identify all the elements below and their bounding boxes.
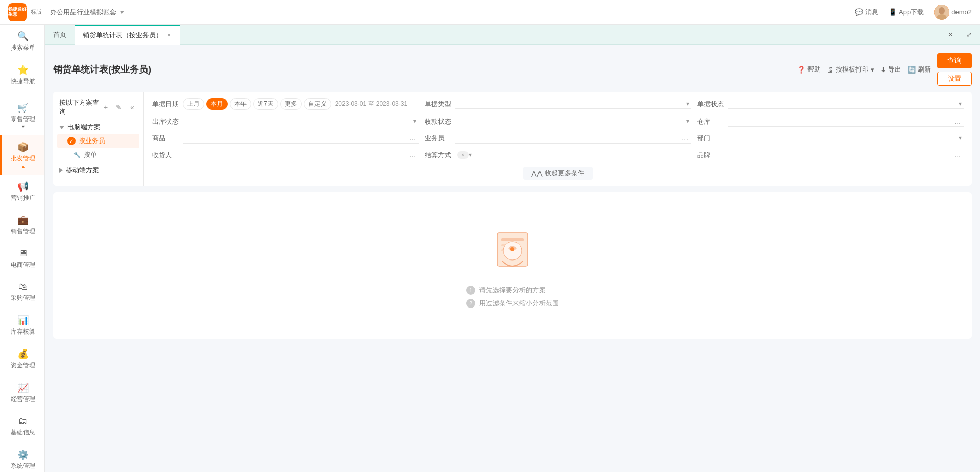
tab-maximize-button[interactable]: ⤢ [962, 28, 976, 42]
user-menu-button[interactable]: demo2 [934, 5, 972, 20]
warehouse-input[interactable] [730, 117, 953, 125]
content-area: 首页 销货单统计表（按业务员） × ✕ ⤢ 销货单统计表(按业务员) [45, 25, 980, 472]
breadcrumb-arrow: ▾ [120, 8, 124, 16]
sidebar-item-finance[interactable]: 💰 资金管理 [0, 342, 44, 376]
tab-bar: 首页 销货单统计表（按业务员） × ✕ ⤢ [45, 25, 980, 45]
sidebar-item-label: 资金管理 [11, 361, 35, 370]
sidebar-item-label: 电商管理 [11, 261, 35, 269]
pc-scheme-group-header[interactable]: 电脑端方案 [57, 121, 139, 134]
inventory-icon: 📊 [17, 315, 29, 326]
sidebar-item-marketing[interactable]: 📢 营销推广 [0, 175, 44, 208]
date-more-button[interactable]: 更多 [280, 98, 302, 110]
dept-dropdown[interactable]: ▾ [728, 133, 964, 143]
add-scheme-button[interactable]: + [101, 102, 111, 112]
type-chevron-icon: ▾ [686, 100, 689, 107]
scheme-item-by-staff[interactable]: ✓ 按业务员 [57, 134, 139, 148]
goods-more-button[interactable]: ... [408, 134, 416, 142]
status-dropdown[interactable]: ▾ [728, 99, 964, 109]
top-header: 畅捷通好生意 标版 办公用品行业模拟账套 ▾ 💬 消息 📱 App下载 demo… [0, 0, 980, 25]
search-icon: 🔍 [17, 31, 29, 42]
settlement-dropdown[interactable]: × ▾ [455, 150, 691, 160]
app-download-button[interactable]: 📱 App下载 [889, 8, 924, 17]
sub-scheme-item-by-order[interactable]: 🔧 按单 [57, 148, 139, 161]
sidebar-item-label: 采购管理 [11, 294, 35, 302]
payment-dropdown[interactable]: ▾ [455, 116, 691, 126]
filter-warehouse-field: 仓库 ... [697, 116, 964, 127]
empty-state: 1 请先选择要分析的方案 2 用过滤条件来缩小分析范围 [53, 192, 972, 339]
refresh-button[interactable]: 🔄 刷新 [908, 65, 931, 74]
sidebar-item-system[interactable]: ⚙️ 系统管理 [0, 443, 44, 472]
date-7-button[interactable]: 近7天 [253, 98, 278, 110]
filter-brand-field: 品牌 ... [697, 150, 964, 160]
tab-active[interactable]: 销货单统计表（按业务员） × [75, 25, 180, 45]
tab-home[interactable]: 首页 [45, 25, 75, 45]
consignee-more-button[interactable]: ... [408, 151, 416, 159]
help-button[interactable]: ❓ 帮助 [797, 65, 821, 74]
warehouse-more-button[interactable]: ... [953, 117, 962, 125]
filter-row-1: 单据日期 上月 本月 本年 近7天 更多 自定义 2023-03-01 至 20… [152, 98, 964, 110]
type-dropdown[interactable]: ▾ [455, 99, 691, 109]
sales-icon: 💼 [17, 215, 29, 226]
settings-button[interactable]: 设置 [937, 72, 972, 86]
sidebar-item-sales[interactable]: 💼 销售管理 [0, 208, 44, 242]
mobile-scheme-label: 移动端方案 [66, 166, 99, 175]
logo-text: 标版 [31, 8, 42, 15]
sidebar-item-label: 销售管理 [11, 227, 35, 236]
brand-input[interactable] [730, 151, 953, 159]
sub-item-icon: 🔧 [74, 152, 81, 158]
date-custom-button[interactable]: 自定义 [304, 98, 331, 110]
export-button[interactable]: ⬇ 导出 [880, 65, 901, 74]
empty-icon [482, 223, 543, 275]
out-label: 出库状态 [152, 117, 179, 126]
filter-status-field: 单据状态 ▾ [697, 99, 964, 109]
sidebar-item-purchase[interactable]: 🛍 采购管理 [0, 275, 44, 309]
sidebar-item-wholesale[interactable]: 📦 批发管理 ▴ [0, 135, 44, 175]
consignee-input[interactable] [185, 151, 408, 159]
date-cur-month-button[interactable]: 本月 [206, 98, 228, 110]
filter-row-3: 商品 ... 业务员 ... [152, 133, 964, 144]
sidebar-item-ecommerce[interactable]: 🖥 电商管理 [0, 242, 44, 275]
print-button[interactable]: 🖨 按模板打印 ▾ [827, 65, 874, 74]
staff-input-wrap: ... [455, 133, 691, 144]
out-dropdown[interactable]: ▾ [183, 116, 419, 126]
sidebar-item-search[interactable]: 🔍 搜索菜单 [0, 25, 44, 58]
goods-input-wrap: ... [183, 133, 419, 144]
basic-icon: 🗂 [18, 416, 28, 427]
date-year-button[interactable]: 本年 [230, 98, 251, 110]
tab-close-window-button[interactable]: ✕ [943, 28, 958, 42]
sidebar-item-label: 快捷导航 [11, 77, 35, 86]
sidebar-item-basic[interactable]: 🗂 基础信息 [0, 410, 44, 443]
brand-more-button[interactable]: ... [953, 151, 962, 159]
settlement-tag-remove[interactable]: × [461, 152, 464, 158]
mobile-scheme-group-header[interactable]: 移动端方案 [57, 163, 139, 177]
date-prev-month-button[interactable]: 上月 [183, 98, 204, 110]
query-button[interactable]: 查询 [937, 53, 972, 68]
goods-input[interactable] [185, 134, 408, 142]
message-button[interactable]: 💬 消息 [855, 8, 878, 17]
sidebar-item-inventory[interactable]: 📊 库存核算 [0, 309, 44, 342]
collapse-sidebar-button[interactable]: « [127, 102, 137, 112]
main-layout: 🔍 搜索菜单 ⭐ 快捷导航 🛒 零售管理 ▾ 📦 批发管理 ▴ 📢 营销推广 💼… [0, 25, 980, 472]
maximize-icon: ⤢ [966, 31, 972, 38]
brand-label: 品牌 [697, 151, 724, 160]
tab-close-button[interactable]: × [166, 31, 172, 40]
collapse-button[interactable]: ⋀⋀ 收起更多条件 [523, 167, 593, 180]
empty-tip-2: 2 用过滤条件来缩小分析范围 [466, 299, 559, 308]
scheme-tree: 电脑端方案 ✓ 按业务员 🔧 按单 [53, 121, 143, 177]
staff-input[interactable] [457, 134, 681, 142]
sidebar-item-operations[interactable]: 📈 经营管理 [0, 376, 44, 410]
sidebar-item-label: 营销推广 [11, 194, 35, 202]
filter-settlement-field: 结算方式 × ▾ [425, 150, 691, 160]
settlement-label: 结算方式 [425, 151, 451, 160]
sidebar-item-retail[interactable]: 🛒 零售管理 ▾ [0, 96, 44, 135]
logo-icon: 畅捷通好生意 [8, 3, 27, 21]
staff-more-button[interactable]: ... [681, 134, 689, 142]
date-range-text: 2023-03-01 至 2023-03-31 [335, 100, 407, 108]
sidebar-item-quicknav[interactable]: ⭐ 快捷导航 [0, 58, 44, 92]
filter-panel: 按以下方案查询 + ✎ « 电脑端方案 [53, 92, 972, 186]
svg-point-1 [939, 7, 945, 14]
print-icon: 🖨 [827, 66, 834, 74]
filter-goods-field: 商品 ... [152, 133, 419, 144]
edit-scheme-button[interactable]: ✎ [114, 102, 124, 112]
tip-num-1: 1 [466, 286, 475, 295]
